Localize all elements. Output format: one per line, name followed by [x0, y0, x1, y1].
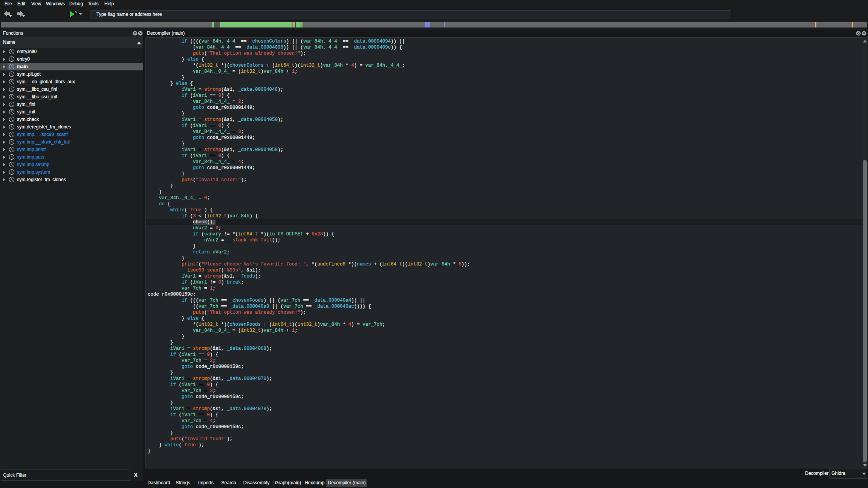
- svg-text:i: i: [12, 157, 13, 159]
- svg-text:i: i: [12, 134, 13, 136]
- svg-text:x: x: [12, 179, 13, 181]
- svg-text:D: D: [75, 11, 77, 14]
- svg-text:x: x: [12, 96, 13, 99]
- svg-text:i: i: [12, 149, 13, 151]
- svg-text:x: x: [12, 127, 13, 129]
- svg-text:ƒ: ƒ: [10, 147, 12, 151]
- svg-text:ƒ: ƒ: [10, 162, 12, 166]
- svg-text:ƒ: ƒ: [10, 170, 12, 174]
- svg-text:ƒ: ƒ: [10, 155, 12, 159]
- svg-text:x: x: [12, 51, 13, 53]
- svg-text:x: x: [12, 111, 13, 114]
- svg-text:x: x: [12, 119, 13, 121]
- svg-text:m: m: [12, 66, 14, 69]
- svg-text:x: x: [12, 74, 13, 76]
- svg-text:ƒ: ƒ: [10, 132, 12, 136]
- svg-text:x: x: [12, 59, 13, 61]
- svg-text:i: i: [12, 172, 13, 174]
- svg-text:x: x: [12, 89, 13, 91]
- svg-text:i: i: [12, 164, 13, 166]
- svg-text:x: x: [12, 104, 13, 106]
- svg-text:x: x: [12, 81, 13, 84]
- svg-text:ƒ: ƒ: [10, 140, 12, 144]
- svg-text:i: i: [12, 142, 13, 144]
